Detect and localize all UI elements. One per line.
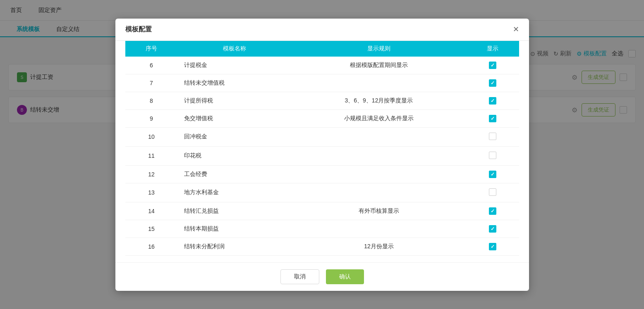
cell-seq: 6 bbox=[125, 57, 178, 74]
table-row: 7结转未交增值税 bbox=[125, 74, 519, 92]
cell-display bbox=[467, 146, 519, 165]
table-row: 8计提所得税3、6、9、12月按季度显示 bbox=[125, 92, 519, 109]
cell-rule bbox=[291, 165, 466, 183]
table-row: 9免交增值税小规模且满足收入条件显示 bbox=[125, 109, 519, 127]
cell-display bbox=[467, 165, 519, 183]
table-header-row: 序号 模板名称 显示规则 显示 bbox=[125, 41, 519, 57]
table-row: 14结转汇兑损益有外币核算显示 bbox=[125, 202, 519, 220]
display-checkbox[interactable] bbox=[489, 115, 496, 122]
display-checkbox[interactable] bbox=[489, 133, 496, 140]
modal-title: 模板配置 bbox=[125, 25, 152, 34]
cell-name: 计提所得税 bbox=[177, 92, 291, 109]
cancel-button[interactable]: 取消 bbox=[280, 269, 319, 284]
cell-display bbox=[467, 127, 519, 146]
cell-rule: 小规模且满足收入条件显示 bbox=[291, 109, 466, 127]
cell-name: 地方水利基金 bbox=[177, 183, 291, 202]
col-header-seq: 序号 bbox=[125, 41, 178, 57]
cell-display bbox=[467, 183, 519, 202]
cell-seq: 11 bbox=[125, 146, 178, 165]
cell-rule bbox=[291, 220, 466, 238]
cell-name: 印花税 bbox=[177, 146, 291, 165]
cell-rule: 3、6、9、12月按季度显示 bbox=[291, 92, 466, 109]
cell-display bbox=[467, 238, 519, 255]
cell-display bbox=[467, 74, 519, 92]
display-checkbox[interactable] bbox=[489, 188, 496, 196]
col-header-display: 显示 bbox=[467, 41, 519, 57]
cell-seq: 13 bbox=[125, 183, 178, 202]
cell-name: 结转未分配利润 bbox=[177, 238, 291, 255]
cell-name: 计提税金 bbox=[177, 57, 291, 74]
cell-rule bbox=[291, 183, 466, 202]
cell-name: 免交增值税 bbox=[177, 109, 291, 127]
cell-seq: 8 bbox=[125, 92, 178, 109]
cell-name: 结转汇兑损益 bbox=[177, 202, 291, 220]
cell-seq: 12 bbox=[125, 165, 178, 183]
cell-name: 结转未交增值税 bbox=[177, 74, 291, 92]
display-checkbox[interactable] bbox=[489, 171, 496, 178]
cell-display bbox=[467, 220, 519, 238]
cell-rule bbox=[291, 74, 466, 92]
cell-rule: 12月份显示 bbox=[291, 238, 466, 255]
table-row: 15结转本期损益 bbox=[125, 220, 519, 238]
template-config-modal: 模板配置 ✕ 序号 模板名称 显示规则 显示 6计提税金根据模版配置期间显示7结… bbox=[115, 19, 529, 291]
col-header-name: 模板名称 bbox=[177, 41, 291, 57]
display-checkbox[interactable] bbox=[489, 97, 496, 105]
col-header-rule: 显示规则 bbox=[291, 41, 466, 57]
cell-seq: 10 bbox=[125, 127, 178, 146]
cell-display bbox=[467, 92, 519, 109]
modal-header: 模板配置 ✕ bbox=[115, 19, 529, 41]
table-row: 11印花税 bbox=[125, 146, 519, 165]
cell-name: 结转本期损益 bbox=[177, 220, 291, 238]
cell-seq: 16 bbox=[125, 238, 178, 255]
config-table: 序号 模板名称 显示规则 显示 6计提税金根据模版配置期间显示7结转未交增值税8… bbox=[125, 41, 519, 256]
modal-close-button[interactable]: ✕ bbox=[513, 26, 519, 33]
table-row: 16结转未分配利润12月份显示 bbox=[125, 238, 519, 255]
modal-body: 序号 模板名称 显示规则 显示 6计提税金根据模版配置期间显示7结转未交增值税8… bbox=[115, 41, 529, 262]
display-checkbox[interactable] bbox=[489, 62, 496, 69]
cell-display bbox=[467, 109, 519, 127]
confirm-button[interactable]: 确认 bbox=[326, 269, 364, 284]
cell-display bbox=[467, 57, 519, 74]
cell-seq: 15 bbox=[125, 220, 178, 238]
table-row: 13地方水利基金 bbox=[125, 183, 519, 202]
cell-seq: 9 bbox=[125, 109, 178, 127]
table-row: 12工会经费 bbox=[125, 165, 519, 183]
display-checkbox[interactable] bbox=[489, 243, 496, 250]
cell-seq: 14 bbox=[125, 202, 178, 220]
cell-rule: 有外币核算显示 bbox=[291, 202, 466, 220]
cell-display bbox=[467, 202, 519, 220]
table-row: 10回冲税金 bbox=[125, 127, 519, 146]
cell-name: 工会经费 bbox=[177, 165, 291, 183]
display-checkbox[interactable] bbox=[489, 207, 496, 215]
cell-rule: 根据模版配置期间显示 bbox=[291, 57, 466, 74]
modal-overlay: 模板配置 ✕ 序号 模板名称 显示规则 显示 6计提税金根据模版配置期间显示7结… bbox=[0, 0, 644, 309]
cell-seq: 7 bbox=[125, 74, 178, 92]
display-checkbox[interactable] bbox=[489, 79, 496, 87]
display-checkbox[interactable] bbox=[489, 152, 496, 159]
display-checkbox[interactable] bbox=[489, 225, 496, 233]
cell-rule bbox=[291, 127, 466, 146]
modal-footer: 取消 确认 bbox=[115, 262, 529, 291]
cell-rule bbox=[291, 146, 466, 165]
table-row: 6计提税金根据模版配置期间显示 bbox=[125, 57, 519, 74]
cell-name: 回冲税金 bbox=[177, 127, 291, 146]
